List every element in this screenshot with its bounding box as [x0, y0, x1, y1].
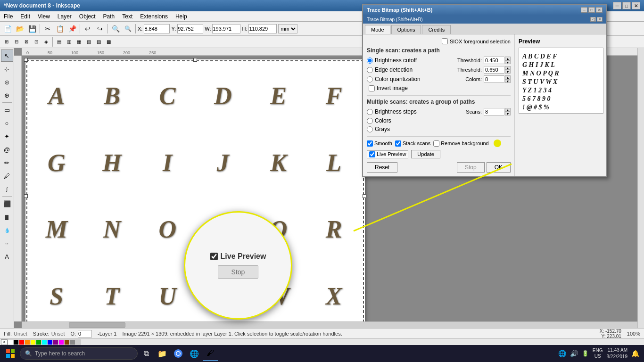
- inner-expand-btn[interactable]: ◁: [590, 17, 596, 22]
- menu-edit[interactable]: Edit: [17, 12, 34, 21]
- align-btn1[interactable]: ▤: [54, 37, 64, 47]
- menu-file[interactable]: File: [0, 12, 17, 21]
- siox-checkbox[interactable]: [442, 38, 448, 44]
- hscroll-bar[interactable]: [22, 321, 637, 328]
- tab-credits[interactable]: Credits: [422, 25, 451, 34]
- colors-up-btn[interactable]: ▲: [505, 75, 511, 79]
- taskbar-search[interactable]: 🔍 Type here to search: [20, 347, 138, 360]
- paste-btn[interactable]: 📌: [66, 23, 78, 34]
- minimize-btn[interactable]: ─: [613, 2, 621, 9]
- live-preview-option[interactable]: Live Preview: [367, 150, 408, 158]
- spiral-tool[interactable]: @: [1, 143, 13, 156]
- start-button[interactable]: [2, 346, 19, 361]
- swatch-white[interactable]: [8, 339, 13, 345]
- snap-btn2[interactable]: ⊟: [12, 37, 21, 47]
- swatch-yellow[interactable]: [30, 339, 36, 345]
- colors-input[interactable]: [484, 75, 504, 83]
- copy-btn[interactable]: 📋: [54, 23, 66, 34]
- color-quant-radio[interactable]: [367, 76, 373, 82]
- edge-radio[interactable]: [367, 67, 373, 73]
- edge-up-btn[interactable]: ▲: [505, 66, 511, 70]
- reset-button[interactable]: Reset: [367, 162, 397, 173]
- remove-bg-checkbox[interactable]: [433, 140, 439, 147]
- pen-tool[interactable]: 🖊: [1, 170, 13, 182]
- stack-scans-checkbox[interactable]: [395, 140, 401, 147]
- menu-help[interactable]: Help: [172, 12, 191, 21]
- undo-btn[interactable]: ↩: [82, 23, 93, 34]
- colors-scan-radio[interactable]: [367, 118, 373, 124]
- snap-btn5[interactable]: ◈: [41, 37, 51, 47]
- menu-view[interactable]: View: [34, 12, 54, 21]
- tab-mode[interactable]: Mode: [365, 25, 390, 34]
- save-btn[interactable]: 💾: [26, 23, 38, 34]
- siox-label[interactable]: SIOX foreground selection: [442, 38, 511, 44]
- calligraphy-tool[interactable]: ∫: [1, 183, 13, 195]
- brightness-down-btn[interactable]: ▼: [505, 60, 511, 64]
- inkscape-taskbar-icon[interactable]: 🖌: [203, 346, 218, 361]
- swatch-brown[interactable]: [64, 339, 70, 345]
- brightness-steps-radio[interactable]: [367, 109, 373, 115]
- connector-tool[interactable]: ↔: [1, 237, 13, 249]
- rect-tool[interactable]: ▭: [1, 104, 13, 116]
- cut-btn[interactable]: ✂: [42, 23, 53, 34]
- snap-btn3[interactable]: ⊠: [22, 37, 31, 47]
- zoom-tool[interactable]: ⊕: [1, 89, 13, 101]
- swatch-purple[interactable]: [53, 339, 58, 345]
- align-btn5[interactable]: ▨: [94, 37, 103, 47]
- align-btn2[interactable]: ▥: [64, 37, 74, 47]
- circle-tool[interactable]: ○: [1, 117, 13, 129]
- update-button[interactable]: Update: [411, 150, 440, 158]
- mag-stop-button[interactable]: Stop: [218, 265, 259, 279]
- swatch-blue[interactable]: [47, 339, 53, 345]
- brightness-threshold-input[interactable]: [484, 57, 504, 64]
- dialog-maximize-btn[interactable]: □: [588, 7, 595, 13]
- align-btn6[interactable]: ▩: [104, 37, 113, 47]
- file-explorer-icon[interactable]: 📁: [155, 346, 170, 361]
- stop-button[interactable]: Stop: [457, 162, 485, 173]
- w-input[interactable]: [212, 24, 240, 33]
- swatch-orange[interactable]: [25, 339, 30, 345]
- dialog-close-btn[interactable]: ✕: [596, 7, 603, 13]
- notifications-icon[interactable]: 🔔: [631, 350, 639, 357]
- h-input[interactable]: [248, 24, 277, 33]
- colors-down-btn[interactable]: ▼: [505, 79, 511, 83]
- swatch-pink[interactable]: [58, 339, 64, 345]
- inner-close-btn[interactable]: ✕: [597, 17, 603, 22]
- y-input[interactable]: [177, 24, 203, 33]
- snap-btn4[interactable]: ⊡: [32, 37, 41, 47]
- task-view-btn[interactable]: ⧉: [139, 346, 154, 361]
- swatch-black[interactable]: [13, 339, 19, 345]
- menu-extensions[interactable]: Extensions: [136, 12, 172, 21]
- snap-btn1[interactable]: ⊞: [2, 37, 11, 47]
- opacity-input[interactable]: [78, 330, 92, 337]
- brightness-up-btn[interactable]: ▲: [505, 57, 511, 60]
- node-tool[interactable]: ⊹: [1, 63, 13, 75]
- swatch-cyan[interactable]: [41, 339, 47, 345]
- scans-input[interactable]: [484, 108, 504, 115]
- menu-text[interactable]: Text: [118, 12, 136, 21]
- tweak-tool[interactable]: ◎: [1, 76, 13, 88]
- chrome-icon[interactable]: [171, 346, 186, 361]
- smooth-checkbox[interactable]: [367, 140, 373, 147]
- color-none[interactable]: X: [1, 339, 8, 345]
- swatch-gray[interactable]: [70, 339, 75, 345]
- gradient-tool[interactable]: ▓: [1, 211, 13, 223]
- open-btn[interactable]: 📂: [14, 23, 25, 34]
- scans-up-btn[interactable]: ▲: [505, 108, 511, 112]
- unit-select[interactable]: mm: [278, 24, 297, 33]
- smooth-option[interactable]: Smooth: [367, 140, 392, 147]
- star-tool[interactable]: ✦: [1, 130, 13, 142]
- grays-radio[interactable]: [367, 126, 373, 132]
- zoom-in-btn[interactable]: 🔍: [110, 23, 121, 34]
- zoom-out-btn[interactable]: 🔍: [122, 23, 133, 34]
- edge-icon[interactable]: 🌐: [187, 346, 202, 361]
- redo-btn[interactable]: ↪: [94, 23, 106, 34]
- menu-object[interactable]: Object: [75, 12, 99, 21]
- text-tool[interactable]: A: [1, 250, 13, 263]
- pencil-tool[interactable]: ✏: [1, 156, 13, 169]
- swatch-green[interactable]: [36, 339, 41, 345]
- x-input[interactable]: [144, 24, 170, 33]
- scans-down-btn[interactable]: ▼: [505, 112, 511, 115]
- invert-checkbox[interactable]: [369, 85, 375, 91]
- fill-tool[interactable]: ⬛: [1, 197, 13, 210]
